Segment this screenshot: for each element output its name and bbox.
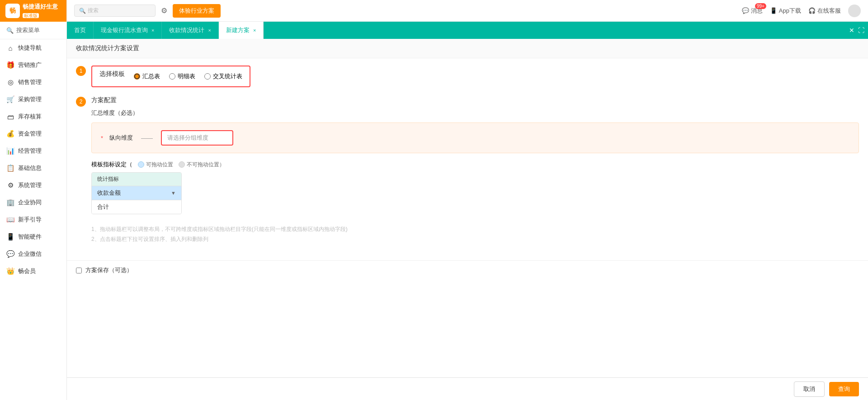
radio-cross-label: 交叉统计表 <box>213 72 242 80</box>
sidebar-label-operations: 经营管理 <box>18 147 42 155</box>
metrics-cell-label: 收款金额 <box>97 189 121 197</box>
main-section: 1 选择模板 汇总表 明细表 <box>67 58 868 260</box>
template-radio-group: 汇总表 明细表 交叉统计表 <box>134 72 242 80</box>
radio-cross-input[interactable] <box>204 73 211 80</box>
step1-block: 1 选择模板 汇总表 明细表 <box>76 66 859 87</box>
sidebar-item-sales[interactable]: ◎ 销售管理 <box>0 74 66 91</box>
sidebar-label-member: 畅会员 <box>18 267 36 275</box>
sidebar-item-finance[interactable]: 💰 资金管理 <box>0 125 66 142</box>
dimension-area: * 纵向维度 —— 请选择分组维度 <box>91 122 859 153</box>
metrics-subtotal: 合计 <box>92 200 181 214</box>
logo-icon: 畅 <box>5 4 20 18</box>
tab-close-new-plan[interactable]: × <box>253 28 256 33</box>
logo-badge: 标准版 <box>23 13 39 18</box>
header-right: 💬 消息 99+ 📱 App下载 🎧 在线客服 <box>742 5 861 17</box>
sidebar-search[interactable]: 🔍 搜索菜单 <box>0 22 66 39</box>
message-btn[interactable]: 💬 消息 99+ <box>742 7 763 15</box>
tab-new-plan[interactable]: 新建方案× <box>219 22 264 39</box>
tips-section: 1、拖动标题栏可以调整布局，不可跨维度或指标区域拖动栏目字段(只能在同一维度或指… <box>91 225 859 244</box>
sidebar-item-member[interactable]: 👑 畅会员 <box>0 263 66 280</box>
sidebar-item-corp[interactable]: 🏢 企业协同 <box>0 194 66 211</box>
tip1-text: 1、拖动标题栏可以调整布局，不可跨维度或指标区域拖动栏目字段(只能在同一维度或指… <box>91 225 348 235</box>
sidebar-item-system[interactable]: ⚙ 系统管理 <box>0 177 66 194</box>
sidebar-label-hardware: 智能硬件 <box>18 233 42 241</box>
draggable-label: 可拖动位置 <box>146 161 173 169</box>
sidebar-item-base[interactable]: 📋 基础信息 <box>0 160 66 177</box>
sidebar-icon-hardware: 📱 <box>6 233 14 241</box>
industry-btn[interactable]: 体验行业方案 <box>173 4 221 18</box>
metrics-table: 统计指标 收款金额 ▼ 合计 <box>91 172 182 214</box>
sidebar-item-marketing[interactable]: 🎁 营销推广 <box>0 56 66 74</box>
radio-summary[interactable]: 汇总表 <box>134 72 160 80</box>
sidebar-label-marketing: 营销推广 <box>18 61 42 69</box>
sidebar-search-label: 搜索菜单 <box>16 26 40 34</box>
sidebar-label-wechat: 企业微信 <box>18 250 42 258</box>
message-badge: 99+ <box>755 3 766 9</box>
step2-num: 2 <box>76 97 86 107</box>
header-search[interactable]: 🔍 搜索 <box>74 5 156 17</box>
download-label: App下载 <box>779 7 801 15</box>
tab-close-stats[interactable]: × <box>208 28 211 33</box>
sidebar-icon-finance: 💰 <box>6 130 14 138</box>
nodrag-dot <box>179 161 185 168</box>
sidebar-item-guide[interactable]: 📖 新手引导 <box>0 211 66 228</box>
dimension-select[interactable]: 请选择分组维度 <box>161 130 233 146</box>
support-btn[interactable]: 🎧 在线客服 <box>808 7 841 15</box>
sidebar-items-list: ⌂ 快捷导航 🎁 营销推广 ◎ 销售管理 🛒 采购管理 🗃 库存核算 💰 资金管… <box>0 39 66 280</box>
radio-detail[interactable]: 明细表 <box>169 72 195 80</box>
sidebar-item-operations[interactable]: 📊 经营管理 <box>0 142 66 160</box>
download-icon: 📱 <box>770 7 777 14</box>
radio-cross[interactable]: 交叉统计表 <box>204 72 242 80</box>
template-select-box: 选择模板 汇总表 明细表 <box>91 66 250 87</box>
step2-block: 2 方案配置 汇总维度（必选） * 纵向维度 —— <box>76 96 859 244</box>
close-tab-icon[interactable]: ✕ <box>849 27 854 34</box>
radio-detail-input[interactable] <box>169 73 175 80</box>
sidebar-icon-system: ⚙ <box>6 181 14 189</box>
page-container: 收款情况统计方案设置 1 选择模板 汇总表 <box>67 39 868 377</box>
logo-text-block: 畅捷通好生意 标准版 <box>23 3 58 19</box>
sidebar-icon-corp: 🏢 <box>6 198 14 207</box>
tip2: 2、点击标题栏下拉可设置排序、插入列和删除列 <box>91 235 859 245</box>
sidebar-item-hardware[interactable]: 📱 智能硬件 <box>0 228 66 245</box>
header-search-icon: 🔍 <box>79 8 86 14</box>
sidebar-item-purchase[interactable]: 🛒 采购管理 <box>0 91 66 108</box>
sidebar-item-inventory[interactable]: 🗃 库存核算 <box>0 108 66 125</box>
nodrag-label: 不可拖动位置） <box>187 161 225 169</box>
tab-stats[interactable]: 收款情况统计× <box>162 22 218 39</box>
step1-label: 选择模板 <box>99 70 125 78</box>
support-icon: 🎧 <box>808 7 816 14</box>
tab-label-home: 首页 <box>74 26 86 34</box>
cancel-button[interactable]: 取消 <box>794 381 825 397</box>
logo-char: 畅 <box>9 7 16 15</box>
tab-close-bank[interactable]: × <box>151 28 154 33</box>
radio-summary-input[interactable] <box>134 73 140 80</box>
main-area: 🔍 搜索 ⚙ 体验行业方案 💬 消息 99+ 📱 App下载 🎧 在线客服 首页… <box>67 0 868 400</box>
download-btn[interactable]: 📱 App下载 <box>770 7 801 15</box>
tab-bank[interactable]: 现金银行流水查询× <box>94 22 162 39</box>
sidebar-icon-marketing: 🎁 <box>6 61 14 69</box>
dimension-arrow: —— <box>141 135 153 141</box>
sidebar-icon-guide: 📖 <box>6 216 14 224</box>
query-button[interactable]: 查询 <box>829 382 859 396</box>
sidebar-label-inventory: 库存核算 <box>18 113 42 121</box>
sidebar-label-corp: 企业协同 <box>18 198 42 207</box>
tab-label-stats: 收款情况统计 <box>169 26 204 34</box>
dimension-placeholder: 请选择分组维度 <box>167 134 208 141</box>
sidebar-label-finance: 资金管理 <box>18 130 42 138</box>
tab-home[interactable]: 首页 <box>67 22 94 39</box>
sidebar-icon-base: 📋 <box>6 164 14 172</box>
maximize-icon[interactable]: ⛶ <box>858 27 864 34</box>
tip1: 1、拖动标题栏可以调整布局，不可跨维度或指标区域拖动栏目字段(只能在同一维度或指… <box>91 225 859 235</box>
save-checkbox[interactable] <box>76 268 82 273</box>
sidebar-item-wechat[interactable]: 💬 企业微信 <box>0 245 66 263</box>
sidebar-label-sales: 销售管理 <box>18 78 42 86</box>
step2-label: 方案配置 <box>91 96 859 104</box>
user-avatar[interactable] <box>848 5 861 17</box>
metrics-cell-amount[interactable]: 收款金额 ▼ <box>92 186 181 200</box>
metrics-header: 统计指标 <box>92 173 181 186</box>
step2-content: 方案配置 汇总维度（必选） * 纵向维度 —— 请选择分组维度 <box>91 96 859 244</box>
header-settings-icon[interactable]: ⚙ <box>161 6 167 15</box>
sidebar-logo: 畅 畅捷通好生意 标准版 <box>0 0 66 22</box>
required-mark: * <box>101 135 103 141</box>
sidebar-item-quick-nav[interactable]: ⌂ 快捷导航 <box>0 39 66 56</box>
